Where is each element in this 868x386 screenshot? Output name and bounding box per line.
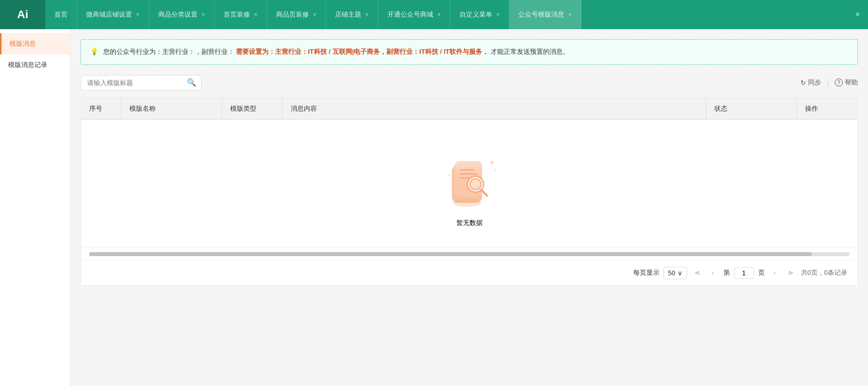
table-header-5: 操作 (797, 98, 857, 119)
nav-tab-label: 首页装修 (224, 10, 250, 19)
nav-tab-label: 商品分类设置 (158, 10, 197, 19)
nav-tab-shop-settings[interactable]: 微商城店铺设置× (77, 0, 149, 29)
table-header-0: 序号 (81, 98, 121, 119)
table-header-1: 模版名称 (121, 98, 222, 119)
empty-illustration (439, 150, 500, 210)
horizontal-scrollbar[interactable] (81, 248, 857, 260)
toolbar-divider: | (827, 79, 829, 87)
nav-tab-label: 店铺主题 (335, 10, 361, 19)
toolbar-right: ↻ 同步 | ? 帮助 (800, 78, 858, 87)
notice-suffix: 才能正常发送预置的消息。 (491, 48, 569, 55)
page-size-label: 每页显示 (633, 268, 659, 277)
scrollbar-thumb[interactable] (89, 252, 812, 256)
top-navigation: Ai 首页微商城店铺设置×商品分类设置×首页装修×商品页装修×店铺主题×开通公众… (0, 0, 868, 29)
app-logo: Ai (0, 0, 45, 29)
page-word-end: 页 (758, 268, 765, 277)
nav-tab-label: 首页 (54, 10, 68, 19)
nav-tabs-container: 首页微商城店铺设置×商品分类设置×首页装修×商品页装修×店铺主题×开通公众号商城… (45, 0, 847, 29)
last-page-button[interactable]: ⊳ (785, 267, 797, 279)
main-layout: 模版消息模版消息记录 💡 您的公众号行业为：主营行业：，副营行业： 需要设置为：… (0, 29, 868, 386)
notice-prefix: 您的公众号行业为：主营行业：，副营行业： (103, 48, 234, 55)
sync-button[interactable]: ↻ 同步 (800, 78, 821, 87)
next-page-button[interactable]: › (769, 267, 781, 279)
page-size-dropdown-icon: ∨ (678, 269, 683, 277)
nav-tab-close-home-decoration[interactable]: × (254, 11, 257, 18)
sidebar: 模版消息模版消息记录 (0, 29, 71, 386)
svg-rect-4 (459, 169, 475, 171)
nav-tab-close-shop-settings[interactable]: × (136, 11, 140, 18)
empty-text: 暂无数据 (456, 218, 483, 227)
sync-icon: ↻ (800, 79, 806, 87)
notice-icon: 💡 (90, 48, 98, 55)
nav-tab-store-theme[interactable]: 店铺主题× (326, 0, 378, 29)
prev-page-button[interactable]: ‹ (707, 267, 719, 279)
nav-tab-category-settings[interactable]: 商品分类设置× (149, 0, 215, 29)
search-input[interactable] (81, 75, 202, 91)
nav-tab-label: 微商城店铺设置 (86, 10, 132, 19)
table-header-4: 状态 (706, 98, 797, 119)
nav-tab-close-store-theme[interactable]: × (365, 11, 369, 18)
empty-state: 暂无数据 (81, 120, 857, 248)
notice-box: 💡 您的公众号行业为：主营行业：，副营行业： 需要设置为：主营行业：IT科技 /… (81, 39, 858, 65)
sidebar-item-template-msg[interactable]: 模版消息 (0, 33, 70, 54)
search-input-wrap: 🔍 (81, 75, 202, 91)
nav-tab-product-decoration[interactable]: 商品页装修× (267, 0, 326, 29)
nav-tab-label: 公众号模版消息 (518, 10, 564, 19)
nav-tab-close-product-decoration[interactable]: × (313, 11, 316, 18)
table-header-3: 消息内容 (283, 98, 706, 119)
sync-label: 同步 (808, 78, 821, 87)
page-size-select[interactable]: 50 ∨ (663, 267, 687, 279)
table-header-2: 模版类型 (222, 98, 283, 119)
svg-point-10 (491, 161, 494, 164)
nav-tab-custom-menu[interactable]: 自定义菜单× (450, 0, 509, 29)
table-header: 序号模版名称模版类型消息内容状态操作 (81, 98, 857, 120)
nav-tab-label: 商品页装修 (276, 10, 309, 19)
close-all-tabs-button[interactable]: × (847, 0, 868, 29)
sidebar-item-template-msg-record[interactable]: 模版消息记录 (0, 54, 70, 75)
nav-tab-label: 自定义菜单 (459, 10, 492, 19)
nav-tab-home[interactable]: 首页 (45, 0, 77, 29)
data-table: 序号模版名称模版类型消息内容状态操作 (81, 98, 858, 286)
nav-tab-close-template-msg[interactable]: × (568, 11, 572, 18)
total-info: 共0页，0条记录 (801, 268, 847, 277)
help-circle-icon: ? (835, 79, 843, 87)
nav-tab-label: 开通公众号商城 (387, 10, 433, 19)
search-bar: 🔍 ↻ 同步 | ? 帮助 (81, 75, 858, 91)
main-content: 💡 您的公众号行业为：主营行业：，副营行业： 需要设置为：主营行业：IT科技 /… (71, 29, 868, 386)
nav-tab-close-open-mall[interactable]: × (437, 11, 441, 18)
search-button[interactable]: 🔍 (187, 78, 196, 87)
help-label: 帮助 (845, 78, 858, 87)
help-button[interactable]: ? 帮助 (835, 78, 858, 87)
svg-point-11 (495, 169, 497, 171)
scrollbar-track[interactable] (89, 252, 849, 256)
page-word: 第 (723, 268, 730, 277)
current-page-input[interactable] (734, 267, 754, 279)
first-page-button[interactable]: ⊲ (691, 267, 703, 279)
nav-tab-close-category-settings[interactable]: × (202, 11, 205, 18)
nav-tab-home-decoration[interactable]: 首页装修× (215, 0, 267, 29)
notice-highlight: 需要设置为：主营行业：IT科技 / 互联网|电子商务，副营行业：IT科技 / I… (236, 48, 489, 55)
page-size-value: 50 (668, 269, 675, 277)
svg-point-8 (470, 179, 481, 190)
svg-rect-5 (459, 173, 477, 175)
nav-tab-open-mall[interactable]: 开通公众号商城× (378, 0, 450, 29)
nav-tab-close-custom-menu[interactable]: × (496, 11, 500, 18)
nav-tab-template-msg[interactable]: 公众号模版消息× (509, 0, 581, 29)
pagination: 每页显示 50 ∨ ⊲ ‹ 第 页 › ⊳ 共0页，0条记录 (81, 260, 857, 285)
svg-point-12 (448, 174, 450, 176)
